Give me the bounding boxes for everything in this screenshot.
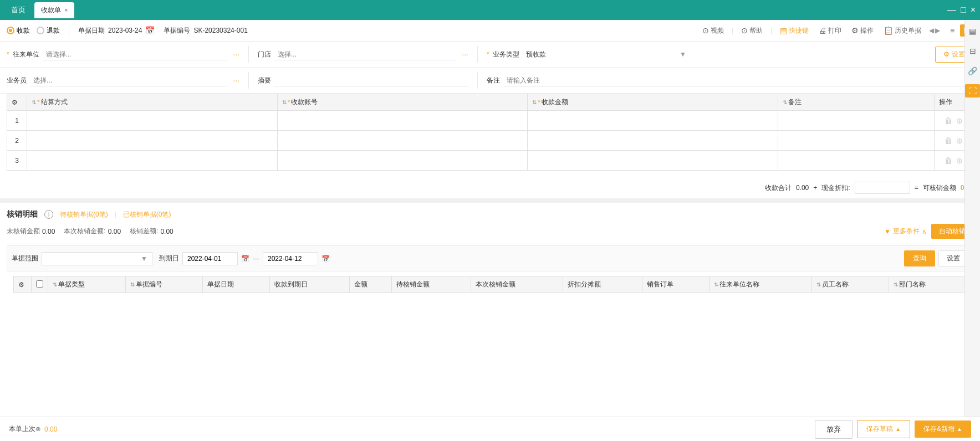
history-label: 历史单据 — [895, 26, 921, 35]
filter-actions: 查询 设置 — [904, 250, 968, 266]
counterparty-input[interactable] — [43, 49, 228, 60]
video-icon: ⊙ — [702, 26, 709, 35]
col-number-header: ⇅ 单据编号 — [125, 276, 203, 293]
shortcut-btn[interactable]: ▤ 快捷键 — [778, 25, 811, 37]
print-btn[interactable]: 🖨 打印 — [816, 25, 844, 37]
select-all-checkbox[interactable] — [36, 280, 43, 288]
row-2-account[interactable] — [277, 131, 528, 151]
total-value: 0.00 — [796, 184, 809, 192]
row-1-remark[interactable] — [778, 111, 934, 131]
sort-icon-1[interactable]: ⇅ — [32, 99, 36, 105]
range-label: 单据范围 — [12, 254, 38, 263]
row-1-copy-icon[interactable]: ⊕ — [956, 116, 963, 125]
sidebar-icon-1[interactable]: ▤ — [966, 24, 979, 38]
discount-label: 现金折扣: — [821, 183, 850, 193]
pending-tab[interactable]: 待核销单据(0笔) — [60, 210, 108, 219]
save-draft-btn[interactable]: 保存草稿 ▲ — [857, 420, 910, 438]
store-input[interactable] — [274, 49, 456, 60]
done-tab[interactable]: 已核销单据(0笔) — [123, 210, 171, 219]
uncancelled-value: 0.00 — [42, 228, 55, 235]
more-conditions-btn[interactable]: ▼ 更多条件 ∧ — [884, 227, 927, 236]
sidebar-icon-2[interactable]: ⊟ — [966, 44, 979, 58]
sort-icon-staff[interactable]: ⇅ — [816, 281, 821, 288]
row-3-delete-icon[interactable]: 🗑 — [945, 156, 952, 165]
window-minimize-icon[interactable]: — — [947, 5, 956, 15]
hexiao-info-icon[interactable]: i — [44, 210, 53, 219]
calendar-to-icon[interactable]: 📅 — [321, 255, 330, 263]
row-3-amount[interactable] — [528, 151, 778, 171]
store-more-icon[interactable]: ··· — [462, 50, 468, 59]
video-btn[interactable]: ⊙ 视频 — [700, 25, 726, 37]
row-2-copy-icon[interactable]: ⊕ — [956, 136, 963, 145]
remark-input[interactable] — [503, 75, 973, 86]
shortcut-icon: ▤ — [780, 26, 787, 35]
sort-icon-2[interactable]: ⇅ — [282, 99, 287, 105]
row-3-settlement[interactable] — [27, 151, 278, 171]
row-1-delete-icon[interactable]: 🗑 — [945, 116, 952, 125]
operate-btn[interactable]: ⚙ 操作 — [849, 25, 876, 37]
calendar-from-icon[interactable]: 📅 — [241, 255, 249, 263]
number-value[interactable]: SK-20230324-001 — [193, 27, 247, 34]
row-3-account[interactable] — [277, 151, 528, 171]
row-1-account[interactable] — [277, 111, 528, 131]
sort-icon-4[interactable]: ⇅ — [783, 99, 787, 105]
tab-home[interactable]: 首页 — [4, 2, 32, 18]
date-to-input[interactable] — [263, 252, 318, 265]
sidebar-icon-3[interactable]: 🔗 — [966, 64, 979, 78]
abandon-btn[interactable]: 放弃 — [815, 420, 853, 439]
sort-icon-type[interactable]: ⇅ — [53, 281, 57, 288]
query-btn[interactable]: 查询 — [904, 250, 935, 266]
col-sales-order-header: 销售订单 — [642, 276, 710, 293]
col-dept-header: ⇅ 部门名称 — [889, 276, 967, 293]
calendar-icon[interactable]: 📅 — [145, 26, 155, 35]
col-settings-header-2[interactable]: ⚙ — [14, 276, 32, 293]
row-2-settlement[interactable] — [27, 131, 278, 151]
store-label: 门店 — [258, 50, 271, 59]
row-1-settlement[interactable] — [27, 111, 278, 131]
save-new-label: 保存&新增 — [923, 424, 955, 434]
col-counterparty-header: ⇅ 往来单位名称 — [710, 276, 811, 293]
nav-prev-icon[interactable]: ◀ — [929, 27, 934, 34]
counterparty-more-icon[interactable]: ··· — [233, 50, 239, 59]
plus-sign: + — [813, 184, 817, 192]
view-list-icon[interactable]: ≡ — [946, 24, 959, 37]
radio-refund[interactable]: 退款 — [37, 26, 60, 35]
radio-receive[interactable]: 收款 — [7, 26, 30, 35]
date-from-input[interactable] — [182, 252, 238, 265]
sort-icon-num[interactable]: ⇅ — [130, 281, 135, 288]
help-btn[interactable]: ⊙ 帮助 — [739, 25, 765, 37]
staff-input[interactable] — [30, 75, 227, 86]
receipt-table: ⚙ ⇅ * 结算方式 ⇅ * 收款账号 — [7, 94, 973, 171]
sort-icon-dept[interactable]: ⇅ — [894, 281, 898, 288]
hexiao-title: 核销明细 — [7, 209, 38, 219]
business-type-chevron[interactable]: ▼ — [680, 50, 686, 58]
sort-icon-cp[interactable]: ⇅ — [714, 281, 718, 288]
sort-icon-3[interactable]: ⇅ — [532, 99, 537, 105]
filter-settings-btn[interactable]: 设置 — [938, 250, 968, 266]
date-value[interactable]: 2023-03-24 — [108, 27, 142, 34]
summary-input[interactable] — [274, 75, 468, 86]
tab-active[interactable]: 收款单 × — [34, 2, 74, 18]
row-3-remark[interactable] — [778, 151, 934, 171]
row-2-remark[interactable] — [778, 131, 934, 151]
row-1-amount[interactable] — [528, 111, 778, 131]
more-conditions-label: 更多条件 — [893, 227, 920, 236]
save-new-btn[interactable]: 保存&新增 ▲ — [915, 421, 971, 438]
history-btn[interactable]: 📋 历史单据 — [881, 25, 923, 37]
col-current-header: 本次核销金额 — [471, 276, 563, 293]
window-close-icon[interactable]: × — [971, 5, 976, 15]
row-2-delete-icon[interactable]: 🗑 — [945, 136, 952, 145]
sidebar-icon-4[interactable]: ⛶ — [965, 84, 980, 98]
col-settings-header[interactable]: ⚙ — [7, 94, 27, 111]
print-label: 打印 — [828, 26, 841, 35]
range-select[interactable]: ▼ — [42, 252, 152, 265]
nav-next-icon[interactable]: ▶ — [935, 27, 940, 34]
row-3-copy-icon[interactable]: ⊕ — [956, 156, 963, 165]
tab-close-icon[interactable]: × — [64, 7, 68, 13]
row-2-amount[interactable] — [528, 131, 778, 151]
summary-row: 收款合计 0.00 + 现金折扣: = 可核销金额 0.00 — [0, 177, 980, 198]
staff-more-icon[interactable]: ··· — [233, 76, 239, 85]
discount-input[interactable] — [855, 182, 910, 194]
tab-active-label: 收款单 — [41, 6, 61, 15]
window-restore-icon[interactable]: □ — [961, 5, 966, 15]
